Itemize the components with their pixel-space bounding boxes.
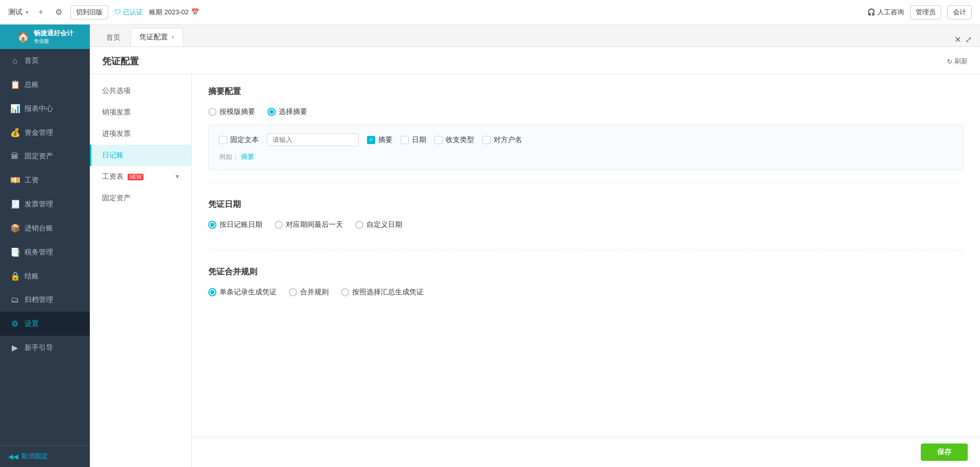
sidebar-item-wages[interactable]: 💴 工资 (0, 168, 90, 192)
fixed-text-input[interactable] (267, 133, 359, 146)
manager-button[interactable]: 管理员 (910, 5, 941, 19)
summary-config-row: 固定文本 摘要 日期 (219, 133, 953, 146)
checkbox-summary-box (367, 136, 375, 144)
merge-title: 凭证合并规则 (208, 267, 964, 277)
invoice-icon: 🧾 (10, 199, 19, 209)
config-nav-public[interactable]: 公共选项 (90, 80, 191, 102)
add-icon[interactable]: ＋ (35, 5, 47, 19)
save-button[interactable]: 保存 (921, 443, 968, 461)
merge-radio-group: 单条记录生成凭证 合并规则 按照选择汇总生成凭证 (208, 288, 964, 297)
config-nav-journal[interactable]: 日记账 (90, 145, 191, 166)
date-radio-period-last[interactable]: 对应期间最后一天 (275, 220, 343, 229)
page-title: 凭证配置 (102, 55, 139, 74)
date-section: 凭证日期 按日记账日期 对应期间最后一天 (208, 199, 964, 250)
consult-button[interactable]: 🎧 人工咨询 (867, 8, 904, 17)
checkbox-fixed-text-box (219, 136, 227, 144)
sidebar-item-ledger[interactable]: 📋 总账 (0, 73, 90, 97)
tab-voucher-config[interactable]: 凭证配置 × (131, 28, 183, 46)
checkbox-fixed-text[interactable]: 固定文本 (219, 135, 259, 145)
tab-home[interactable]: 首页 (98, 29, 129, 46)
config-nav-fixed-assets[interactable]: 固定资产 (90, 188, 191, 209)
checkbox-counterpart[interactable]: 对方户名 (482, 135, 522, 145)
sidebar-item-settle[interactable]: 🔒 结账 (0, 264, 90, 288)
tab-actions: ✕ ⤢ (954, 35, 972, 46)
merge-section: 凭证合并规则 单条记录生成凭证 合并规则 (208, 267, 964, 317)
archive-icon: 🗂 (10, 295, 19, 305)
period-badge: 账期 2023-02 📅 (149, 8, 199, 17)
expand-icon[interactable]: ⤢ (965, 35, 972, 44)
new-badge: NEW (128, 174, 143, 180)
tab-bar: 首页 凭证配置 × ✕ ⤢ (90, 25, 980, 47)
config-layout: 公共选项 销项发票 进项发票 日记账 工资表 NEW ▾ (90, 74, 980, 467)
merge-radio-single[interactable]: 单条记录生成凭证 (208, 288, 277, 297)
config-nav-sales-invoice[interactable]: 销项发票 (90, 102, 191, 123)
radio-period-last-circle (275, 221, 283, 229)
tab-close-icon[interactable]: × (171, 34, 175, 41)
expand-chevron-icon: ▾ (176, 172, 179, 180)
sidebar-item-tax[interactable]: 📑 税务管理 (0, 240, 90, 264)
date-radio-custom[interactable]: 自定义日期 (355, 220, 402, 229)
home-icon: ⌂ (10, 56, 19, 65)
sidebar-item-assets[interactable]: 🏛 固定资产 (0, 145, 90, 168)
guide-icon: ▶ (10, 343, 19, 353)
sidebar-item-settings[interactable]: ⚙ 设置 (0, 312, 90, 336)
settle-icon: 🔒 (10, 271, 19, 281)
config-nav-payroll[interactable]: 工资表 NEW ▾ (90, 166, 191, 188)
config-content-wrapper: 摘要配置 按模版摘要 选择摘要 (192, 74, 980, 467)
radio-journal-circle (208, 221, 216, 229)
merge-radio-rules[interactable]: 合并规则 (289, 288, 329, 297)
checkbox-summary[interactable]: 摘要 (367, 135, 393, 145)
sidebar-logo: 🏠 畅捷通好会计 专业版 (0, 25, 90, 49)
switch-old-button[interactable]: 切到旧版 (70, 5, 108, 19)
headset-icon: 🎧 (867, 8, 875, 16)
summary-title: 摘要配置 (208, 86, 964, 97)
checkbox-counterpart-box (482, 136, 491, 144)
wages-icon: 💴 (10, 175, 19, 185)
sidebar-item-reports[interactable]: 📊 报表中心 (0, 97, 90, 121)
summary-radio-template[interactable]: 按模版摘要 (208, 107, 255, 116)
shield-icon: 🛡 (114, 8, 121, 16)
gear-icon[interactable]: ⚙ (53, 5, 64, 19)
merge-radio-select-summary[interactable]: 按照选择汇总生成凭证 (341, 288, 424, 297)
close-window-icon[interactable]: ✕ (954, 35, 961, 44)
sidebar-item-funds[interactable]: 💰 资金管理 (0, 121, 90, 145)
summary-radio-group: 按模版摘要 选择摘要 (208, 107, 964, 116)
checkbox-pay-type-box (434, 136, 443, 144)
certified-badge: 🛡 已认证 (114, 8, 143, 17)
page-header: 凭证配置 ↻ 刷新 (90, 47, 980, 74)
settings-icon: ⚙ (10, 319, 19, 329)
radio-template-circle (208, 108, 216, 116)
logo-icon: 🏠 (17, 31, 30, 43)
reports-icon: 📊 (10, 104, 19, 113)
refresh-button[interactable]: ↻ 刷新 (947, 57, 968, 72)
date-radio-journal[interactable]: 按日记账日期 (208, 220, 262, 229)
inout-icon: 📦 (10, 223, 19, 233)
company-selector[interactable]: 测试 ▾ (8, 8, 29, 17)
sidebar-item-home[interactable]: ⌂ 首页 (0, 49, 90, 73)
tax-icon: 📑 (10, 247, 19, 257)
sidebar-item-inout[interactable]: 📦 进销台账 (0, 216, 90, 240)
radio-rules-circle (289, 288, 297, 296)
checkbox-pay-type[interactable]: 收支类型 (434, 135, 474, 145)
pin-icon: ◀◀ (8, 453, 18, 460)
main-layout: 🏠 畅捷通好会计 专业版 ⌂ 首页 📋 总账 📊 报表中心 💰 资金管理 🏛 固… (0, 25, 980, 467)
config-content: 摘要配置 按模版摘要 选择摘要 (192, 74, 980, 437)
ledger-icon: 📋 (10, 80, 19, 89)
radio-select-circle (267, 108, 276, 116)
top-bar-right: 🎧 人工咨询 管理员 会计 (867, 5, 972, 19)
page-content: 凭证配置 ↻ 刷新 公共选项 销项发票 进项发票 (90, 47, 980, 467)
top-bar: 测试 ▾ ＋ ⚙ 切到旧版 🛡 已认证 账期 2023-02 📅 🎧 人工咨询 … (0, 0, 980, 25)
sidebar-item-invoice[interactable]: 🧾 发票管理 (0, 192, 90, 216)
date-title: 凭证日期 (208, 199, 964, 210)
accountant-button[interactable]: 会计 (947, 5, 972, 19)
checkbox-date[interactable]: 日期 (401, 135, 426, 145)
refresh-icon: ↻ (947, 58, 952, 65)
sidebar-item-archive[interactable]: 🗂 归档管理 (0, 288, 90, 312)
summary-radio-select[interactable]: 选择摘要 (267, 107, 307, 116)
summary-example: 例如： 摘要 (219, 152, 953, 161)
config-nav-purchase-invoice[interactable]: 进项发票 (90, 123, 191, 145)
radio-custom-circle (355, 221, 363, 229)
chevron-down-icon: ▾ (26, 9, 29, 16)
sidebar-item-guide[interactable]: ▶ 新手引导 (0, 336, 90, 360)
cancel-pin-button[interactable]: ◀◀ 取消固定 (0, 445, 90, 467)
